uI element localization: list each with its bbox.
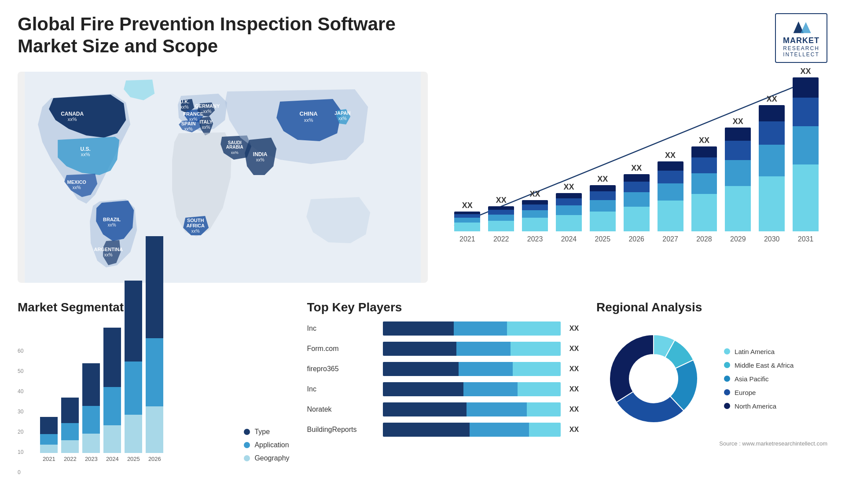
player-bar-segment xyxy=(383,382,464,396)
bar-segment xyxy=(691,194,717,231)
seg-bar-geo xyxy=(40,445,58,453)
player-value: XX xyxy=(569,385,579,393)
segmentation-section: Market Segmentation 0 10 20 30 40 50 60 … xyxy=(18,300,290,504)
bottom-section: Market Segmentation 0 10 20 30 40 50 60 … xyxy=(18,300,827,504)
legend-item: Application xyxy=(244,441,289,449)
svg-text:ARABIA: ARABIA xyxy=(226,145,243,150)
bar-segment xyxy=(590,185,616,191)
bar-top-label: XX xyxy=(767,95,777,104)
player-row: Form.comXX xyxy=(307,342,579,356)
svg-text:BRAZIL: BRAZIL xyxy=(103,217,121,222)
player-name: Inc xyxy=(307,385,378,393)
bar-segment xyxy=(556,198,582,205)
region-dot xyxy=(724,389,730,395)
bar-segment xyxy=(590,200,616,212)
seg-bar-type xyxy=(125,281,142,362)
player-bar-segment xyxy=(383,321,454,336)
legend-label: Type xyxy=(254,428,270,436)
bar-segment xyxy=(454,223,480,231)
bar-group: XX2021 xyxy=(454,201,480,243)
bar-segment xyxy=(725,128,751,141)
seg-year-text: 2024 xyxy=(106,456,119,462)
region-label: Asia Pacific xyxy=(735,375,769,383)
player-value: XX xyxy=(569,325,579,332)
bar-group: XX2024 xyxy=(556,183,582,243)
top-section: CANADA xx% U.S. xx% MEXICO xx% BRAZIL xx… xyxy=(18,72,827,283)
seg-year-group: 2023 xyxy=(82,363,100,462)
bar-top-label: XX xyxy=(801,67,811,76)
bar-segment xyxy=(522,200,548,205)
seg-year-text: 2021 xyxy=(43,456,55,462)
seg-bars-area: 202120222023202420252026 xyxy=(40,335,231,475)
player-bar-segment xyxy=(527,402,560,416)
svg-text:xx%: xx% xyxy=(180,105,189,110)
seg-stacked-bar xyxy=(103,328,121,453)
seg-bar-type xyxy=(82,363,100,406)
bar-segment xyxy=(793,126,819,164)
svg-text:xx%: xx% xyxy=(304,117,313,123)
seg-bar-app xyxy=(61,423,79,440)
svg-text:CANADA: CANADA xyxy=(61,111,84,117)
player-bar xyxy=(383,402,561,416)
seg-bar-app xyxy=(146,338,163,406)
bar-year-label: 2024 xyxy=(561,235,577,243)
player-name: firepro365 xyxy=(307,365,378,373)
bar-segment xyxy=(590,191,616,200)
seg-year-group: 2026 xyxy=(146,236,163,462)
bar-segment xyxy=(488,221,514,231)
player-value: XX xyxy=(569,345,579,353)
bar-segment xyxy=(793,98,819,126)
svg-text:INDIA: INDIA xyxy=(253,151,268,157)
svg-text:MEXICO: MEXICO xyxy=(67,179,86,185)
player-bar-segment xyxy=(383,342,456,356)
player-bar-segment xyxy=(456,342,511,356)
bar-year-label: 2027 xyxy=(662,235,678,243)
bar-group: XX2022 xyxy=(488,196,514,243)
player-row: firepro365XX xyxy=(307,362,579,376)
player-value: XX xyxy=(569,426,579,434)
stacked-bar xyxy=(725,128,751,231)
seg-stacked-bar xyxy=(40,417,58,453)
regional-section: Regional Analysis Latin AmericaMiddle Ea… xyxy=(596,300,827,504)
player-bar xyxy=(383,423,561,437)
svg-marker-1 xyxy=(801,22,811,33)
svg-text:GERMANY: GERMANY xyxy=(195,103,220,109)
logo-sub2: INTELLECT xyxy=(783,51,819,58)
logo: MARKET RESEARCH INTELLECT xyxy=(775,13,827,63)
world-map: CANADA xx% U.S. xx% MEXICO xx% BRAZIL xx… xyxy=(18,72,428,283)
stacked-bar xyxy=(624,174,650,231)
player-bar xyxy=(383,342,561,356)
player-bar-segment xyxy=(518,382,561,396)
bar-top-label: XX xyxy=(699,136,709,145)
bar-segment xyxy=(691,157,717,173)
svg-text:JAPAN: JAPAN xyxy=(334,110,351,116)
seg-bar-app xyxy=(40,434,58,445)
logo-brand: MARKET xyxy=(783,36,819,45)
player-name: BuildingReports xyxy=(307,426,378,434)
seg-year-group: 2022 xyxy=(61,398,79,462)
player-bar-segment xyxy=(507,321,560,336)
legend-dot xyxy=(244,455,250,461)
svg-text:xx%: xx% xyxy=(68,117,77,122)
seg-year-group: 2021 xyxy=(40,417,58,462)
svg-text:U.S.: U.S. xyxy=(81,146,91,152)
stacked-bar xyxy=(454,212,480,231)
region-dot xyxy=(724,403,730,409)
svg-text:U.K.: U.K. xyxy=(180,99,189,104)
player-bar xyxy=(383,382,561,396)
stacked-bar xyxy=(658,161,683,231)
region-label: Latin America xyxy=(735,348,775,355)
bar-segment xyxy=(759,121,785,145)
bar-segment xyxy=(658,183,683,201)
player-bar-segment xyxy=(511,342,561,356)
player-bar-segment xyxy=(513,362,560,376)
player-value: XX xyxy=(569,405,579,413)
player-row: BuildingReportsXX xyxy=(307,423,579,437)
svg-text:xx%: xx% xyxy=(203,109,212,114)
bar-group: XX2025 xyxy=(590,175,616,243)
bar-chart-area: XX2021XX2022XX2023XX2024XX2025XX2026XX20… xyxy=(450,76,823,243)
player-name: Inc xyxy=(307,325,378,332)
bar-year-label: 2030 xyxy=(764,235,780,243)
svg-text:xx%: xx% xyxy=(73,185,81,190)
bar-segment xyxy=(488,206,514,210)
